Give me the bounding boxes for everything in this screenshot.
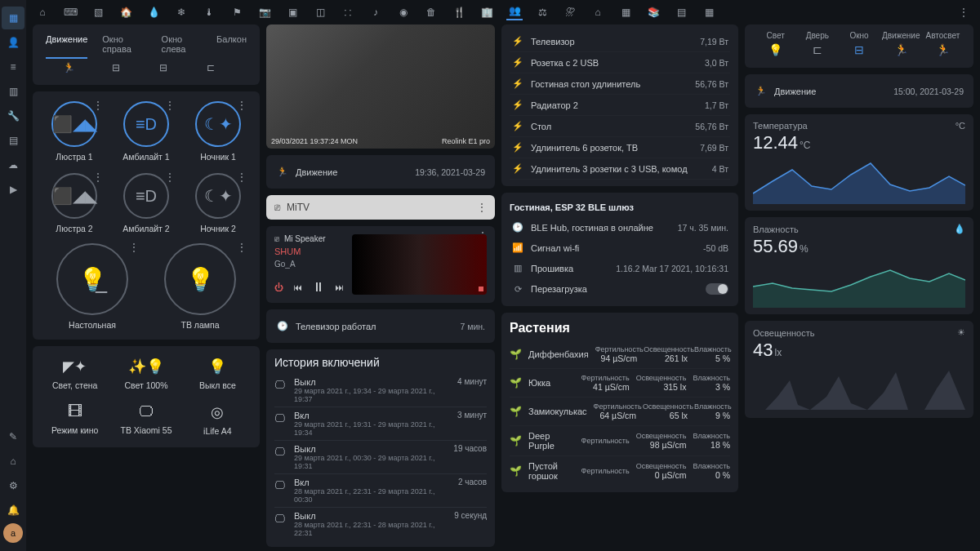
tab-keyboard-icon[interactable]: ⌨ [62, 4, 78, 20]
tab-house-icon[interactable]: 🏠 [118, 4, 134, 20]
sensor-tab-motion[interactable]: Движение🏃 [880, 31, 922, 56]
run-icon: 🏃 [880, 43, 922, 56]
plant-row[interactable]: 🌱ЗамиокулькасФертильность64 µS/cmОсвещен… [510, 397, 730, 425]
more-icon[interactable]: ⋮ [237, 242, 247, 253]
tab-motion[interactable]: Движение [46, 34, 87, 59]
temperature-card[interactable]: Температура°C 12.44°C [745, 114, 973, 211]
power-row[interactable]: ⚡Стол56,76 Вт [510, 116, 730, 137]
power-row[interactable]: ⚡Гостиная стол удлинитель56,76 Вт [510, 73, 730, 95]
rail-gear-icon[interactable]: ⚙ [2, 474, 24, 497]
rail-list-icon[interactable]: ≡ [2, 56, 24, 78]
rail-home-icon[interactable]: ⌂ [2, 450, 24, 473]
tab-music-icon[interactable]: ♪ [368, 4, 384, 20]
tab-basket-icon[interactable]: 🗑 [423, 4, 439, 20]
scene-all-off[interactable]: 💡Выкл все [184, 353, 252, 395]
tab-grid-icon[interactable]: ▤ [673, 4, 689, 20]
sensor-tab-door[interactable]: Дверь⊏ [796, 31, 838, 56]
tab-weather-icon[interactable]: ⛈ [562, 4, 578, 20]
plant-row[interactable]: 🌱Пустой горшокФертильностьОсвещенность0 … [510, 455, 730, 486]
more-icon[interactable]: ⋮ [129, 242, 139, 253]
avatar[interactable]: a [3, 523, 23, 543]
more-icon[interactable]: ⋮ [237, 171, 247, 183]
more-icon[interactable]: ⋮ [93, 100, 103, 111]
rail-user-icon[interactable]: 👤 [2, 31, 24, 54]
prev-button[interactable]: ⏮ [293, 282, 302, 292]
scene-wall-light[interactable]: ◤✦Свет, стена [41, 353, 109, 395]
tab-cutlery-icon[interactable]: 🍴 [451, 4, 467, 20]
plant-row[interactable]: 🌱ДиффенбахияФертильность94 µS/cmОсвещенн… [510, 340, 730, 368]
sensor-tab-light[interactable]: Свет💡 [755, 31, 796, 56]
history-row[interactable]: 🖵Вкл28 марта 2021 г., 22:31 - 29 марта 2… [274, 473, 487, 507]
tab-grid2-icon[interactable]: ▦ [701, 4, 717, 20]
history-row[interactable]: 🖵Выкл28 марта 2021 г., 22:31 - 28 марта … [274, 507, 487, 540]
light-lustra-2[interactable]: ⋮ ⬛◢◣ Люстра 2 [41, 170, 108, 237]
history-row[interactable]: 🖵Вкл29 марта 2021 г., 19:31 - 29 марта 2… [274, 407, 487, 440]
light-lustra-1[interactable]: ⋮ ⬛◢◣ Люстра 1 [41, 98, 108, 165]
scene-ilife[interactable]: ◎iLife A4 [184, 398, 252, 441]
scene-cinema[interactable]: 🎞Режим кино [41, 398, 109, 441]
more-icon[interactable]: ⋮ [477, 202, 487, 213]
reboot-switch[interactable] [706, 283, 728, 295]
power-row[interactable]: ⚡Радиатор 21,7 Вт [510, 95, 730, 116]
light-ambilight-1[interactable]: ⋮ ≡D Амбилайт 1 [113, 98, 180, 165]
humidity-card[interactable]: Влажность💧 55.69% [745, 217, 973, 314]
tab-calendar-icon[interactable]: ▦ [617, 4, 634, 20]
plant-row[interactable]: 🌱Deep PurpleФертильностьОсвещенность98 µ… [510, 425, 730, 455]
tab-snow-icon[interactable]: ❄ [173, 4, 189, 20]
rail-device-icon[interactable]: ▤ [2, 129, 24, 152]
rail-cloud-icon[interactable]: ☁ [2, 153, 24, 176]
history-row[interactable]: 🖵Выкл29 марта 2021 г., 19:34 - 29 марта … [274, 374, 487, 407]
more-icon[interactable]: ⋮ [165, 100, 175, 111]
tab-drop-icon[interactable]: 💧 [145, 4, 162, 20]
tab-shed-icon[interactable]: ⌂ [590, 4, 606, 20]
rail-media-icon[interactable]: ▶ [2, 178, 24, 201]
more-icon[interactable]: ⋮ [165, 171, 175, 183]
light-ambilight-2[interactable]: ⋮ ≡D Амбилайт 2 [113, 170, 180, 237]
tab-people-icon[interactable]: 👥 [506, 4, 523, 20]
tab-dots-icon[interactable]: ⸬ [340, 4, 356, 20]
tab-book-icon[interactable]: 📚 [645, 4, 662, 20]
tab-window-icon[interactable]: ▣ [284, 4, 301, 20]
tab-sliders-icon[interactable]: ⚖ [534, 4, 550, 20]
tab-thermo-icon[interactable]: 🌡 [201, 4, 217, 20]
rail-spanner-icon[interactable]: 🔧 [2, 104, 24, 127]
tab-pulse-icon[interactable]: ◉ [395, 4, 412, 20]
power-button[interactable]: ⏻ [274, 282, 283, 292]
power-row[interactable]: ⚡Удлинитель 6 розеток, ТВ7,69 Вт [510, 137, 730, 158]
rail-pencil-icon[interactable]: ✎ [2, 425, 24, 448]
tab-cam-icon[interactable]: 📷 [256, 4, 273, 20]
tab-flag-icon[interactable]: ⚑ [229, 4, 245, 20]
sensor-tab-autolight[interactable]: Автосвет🏃 [922, 31, 964, 56]
overflow-icon[interactable]: ⋮ [956, 4, 972, 20]
lux-card[interactable]: Освещенность☀ 43lx [745, 321, 973, 418]
more-icon[interactable]: ⋮ [93, 171, 103, 183]
tab-balcony[interactable]: Балкон [216, 34, 247, 59]
rail-chart-icon[interactable]: ▥ [2, 80, 24, 103]
tab-building-icon[interactable]: 🏢 [479, 4, 495, 20]
scene-tv-xiaomi[interactable]: 🖵ТВ Xiaomi 55 [112, 398, 180, 441]
rail-dashboard-icon[interactable]: ▦ [2, 7, 24, 29]
tab-window-left[interactable]: Окно слева [162, 34, 203, 59]
power-row[interactable]: ⚡Телевизор7,19 Вт [510, 31, 730, 52]
light-tv-lamp[interactable]: ⋮ 💡 ТВ лампа [149, 240, 252, 333]
power-row[interactable]: ⚡Розетка с 2 USB3,0 Вт [510, 52, 730, 73]
more-icon[interactable]: ⋮ [237, 100, 247, 111]
next-button[interactable]: ⏭ [335, 282, 344, 292]
tab-panel-icon[interactable]: ◫ [312, 4, 328, 20]
light-night-1[interactable]: ⋮ ☾✦ Ночник 1 [185, 98, 252, 165]
tab-map-icon[interactable]: ▧ [90, 4, 106, 20]
light-desk[interactable]: ⋮ 💡̲ Настольная [41, 240, 144, 333]
power-row[interactable]: ⚡Удлинитель 3 розетки с 3 USB, комод4 Вт [510, 158, 730, 180]
camera-feed[interactable]: 29/03/2021 19:37:24 MON Reolink E1 pro [266, 24, 495, 149]
tab-home-icon[interactable]: ⌂ [34, 4, 51, 20]
scene-light-100[interactable]: ✨💡Свет 100% [112, 353, 180, 395]
tab-window-right[interactable]: Окно справа [102, 34, 146, 59]
light-night-2[interactable]: ⋮ ☾✦ Ночник 2 [185, 170, 252, 237]
pause-button[interactable]: ⏸ [312, 280, 325, 295]
ceiling-lamp-icon: ⬛◢◣ [52, 114, 97, 134]
plant-row[interactable]: 🌱ЮккаФертильность41 µS/cmОсвещенность315… [510, 368, 730, 397]
rail-bell-icon[interactable]: 🔔 [2, 499, 24, 522]
history-row[interactable]: 🖵Выкл29 марта 2021 г., 00:30 - 29 марта … [274, 440, 487, 473]
mitv-bar[interactable]: ⎚MiTV ⋮ [266, 195, 495, 220]
sensor-tab-window[interactable]: Окно⊟ [838, 31, 880, 56]
